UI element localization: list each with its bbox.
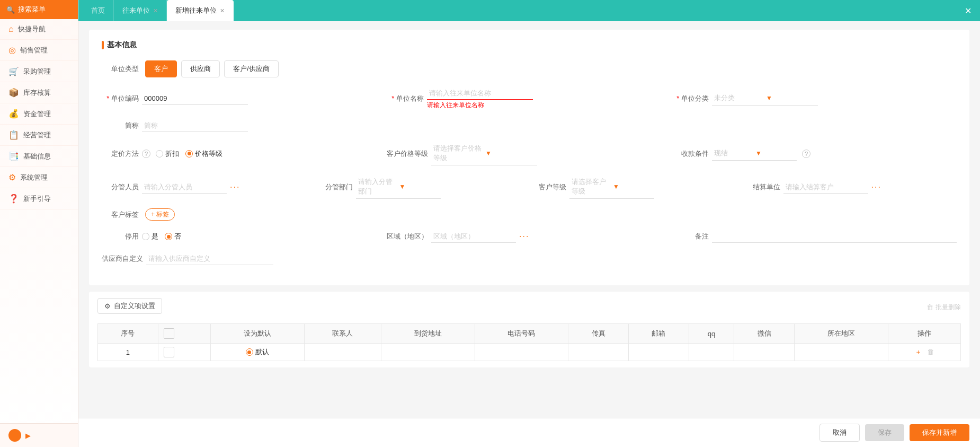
payment-help-icon[interactable]: ? [802,150,810,158]
customer-level-select[interactable]: 请选择客户等级 ▼ [569,175,654,199]
batch-delete-icon: 🗑 [926,303,933,311]
unit-type-customer-btn[interactable]: 客户 [145,60,177,77]
disabled-yes-circle [142,233,149,240]
unit-type-both-btn[interactable]: 客户/供应商 [224,60,279,77]
search-menu[interactable]: 🔍 搜索菜单 [0,0,78,19]
row-add-icon[interactable]: ＋ [915,348,922,356]
tab-partner-close[interactable]: ✕ [153,7,158,14]
page-content: 基本信息 单位类型 客户 供应商 客户/供应商 单位编码 [78,21,980,418]
row-default-cell: 默认 [210,344,304,361]
sidebar-bottom: ▶ [0,423,78,447]
sidebar-item-system[interactable]: ⚙ 系统管理 [0,167,78,188]
department-chevron-icon: ▼ [399,183,439,190]
payment-terms-select[interactable]: 现结 ▼ [712,146,797,161]
sidebar-item-purchase[interactable]: 🛒 采购管理 [0,61,78,82]
sidebar-item-label: 经营管理 [23,130,51,140]
col-address: 到货地址 [381,324,475,344]
sales-icon: ◎ [8,45,16,55]
shortname-label: 简称 [102,121,139,130]
sidebar-item-sales[interactable]: ◎ 销售管理 [0,40,78,61]
sidebar-item-operations[interactable]: 📋 经营管理 [0,125,78,146]
remark-item: 备注 [672,230,957,243]
close-all-button[interactable]: ✕ [960,6,976,16]
level-radio-circle [185,150,193,157]
basic-info-card: 基本信息 单位类型 客户 供应商 客户/供应商 单位编码 [89,30,969,285]
region-more-icon[interactable]: ··· [519,232,529,241]
row-qq [689,344,734,361]
sidebar-bottom-icon: ▶ [25,432,31,440]
tab-new-partner-close[interactable]: ✕ [220,7,225,14]
customer-price-chevron-icon: ▼ [485,150,535,157]
unit-name-input[interactable] [427,87,533,100]
col-default: 设为默认 [210,324,304,344]
sidebar-item-label: 新手引导 [23,194,51,204]
contact-table: 序号 设为默认 联系人 到货地址 电话号码 传真 邮箱 qq 微信 所在地区 [97,323,961,361]
row-default-circle [246,348,253,356]
unit-type-label: 单位类型 [102,64,139,74]
search-menu-label: 搜索菜单 [18,5,46,14]
pricing-row: 定价方法 ? 折扣 价格等级 客户价格等级 [102,142,957,165]
tags-row: 客户标签 + 标签 [102,208,957,221]
sidebar-item-basic[interactable]: 📑 基础信息 [0,146,78,167]
col-action: 操作 [888,324,960,344]
tab-home-label: 首页 [91,6,105,15]
department-select[interactable]: 请输入分管部门 ▼ [356,175,441,199]
row-default-radio[interactable]: 默认 [216,347,299,357]
supplier-custom-item: 供应商自定义 [102,252,957,265]
row-phone [475,344,568,361]
pricing-discount-radio[interactable]: 折扣 [156,149,179,159]
unit-type-supplier-btn[interactable]: 供应商 [181,60,220,77]
tab-new-partner[interactable]: 新增往来单位 ✕ [167,0,234,21]
unit-code-item: 单位编码 [102,92,387,105]
tab-partner[interactable]: 往来单位 ✕ [114,0,167,21]
disabled-item: 停用 是 否 [102,232,387,241]
unit-code-input[interactable] [142,92,248,105]
sidebar-item-finance[interactable]: 💰 资金管理 [0,103,78,125]
region-input[interactable] [431,230,516,243]
home-icon: ⌂ [8,24,14,34]
customer-level-placeholder: 请选择客户等级 [572,177,611,196]
table-row: 1 默认 [98,344,961,361]
settlement-input[interactable] [783,181,868,194]
cancel-button[interactable]: 取消 [819,424,860,442]
select-all-checkbox[interactable] [164,328,174,339]
customer-level-chevron-icon: ▼ [613,183,652,190]
pricing-help-icon[interactable]: ? [142,150,150,158]
supplier-custom-label: 供应商自定义 [102,254,143,264]
row-wechat [734,344,795,361]
settlement-more-icon[interactable]: ··· [871,182,881,192]
tab-partner-label: 往来单位 [122,6,150,15]
col-fax: 传真 [568,324,629,344]
unit-category-item: 单位分类 未分类 ▼ [672,91,957,106]
col-checkbox [158,324,210,344]
pricing-level-radio[interactable]: 价格等级 [185,149,222,159]
sidebar-item-newbie[interactable]: ❓ 新手引导 [0,188,78,209]
save-new-button[interactable]: 保存并新增 [910,424,969,441]
supplier-custom-input[interactable] [146,252,273,265]
sidebar-item-inventory[interactable]: 📦 库存核算 [0,82,78,103]
customer-price-select[interactable]: 请选择客户价格等级 ▼ [431,142,537,165]
row-checkbox[interactable] [164,347,174,357]
row-delete-icon[interactable]: 🗑 [927,348,934,356]
manager-more-icon[interactable]: ··· [230,182,240,192]
tab-home[interactable]: 首页 [83,0,114,21]
save-button[interactable]: 保存 [865,424,904,441]
sidebar-item-quick-nav[interactable]: ⌂ 快捷导航 [0,19,78,40]
remark-input[interactable] [712,230,957,243]
shortname-input[interactable] [142,119,248,132]
customer-price-placeholder: 请选择客户价格等级 [433,144,483,163]
unit-type-group: 客户 供应商 客户/供应商 [145,60,279,77]
table-body: 1 默认 [98,344,961,361]
col-phone: 电话号码 [475,324,568,344]
sidebar-item-label: 资金管理 [23,109,51,119]
settlement-label: 结算单位 [743,182,780,192]
disabled-yes-radio[interactable]: 是 [142,232,158,241]
batch-delete-label[interactable]: 批量删除 [936,303,961,312]
disabled-no-radio[interactable]: 否 [165,232,181,241]
custom-setting-button[interactable]: ⚙ 自定义项设置 [97,298,162,314]
add-tag-button[interactable]: + 标签 [145,208,175,221]
customer-level-item: 客户等级 请选择客户等级 ▼ [529,175,743,199]
customer-price-label: 客户价格等级 [387,149,428,159]
unit-category-select[interactable]: 未分类 ▼ [712,91,818,106]
manager-input[interactable] [142,181,227,194]
